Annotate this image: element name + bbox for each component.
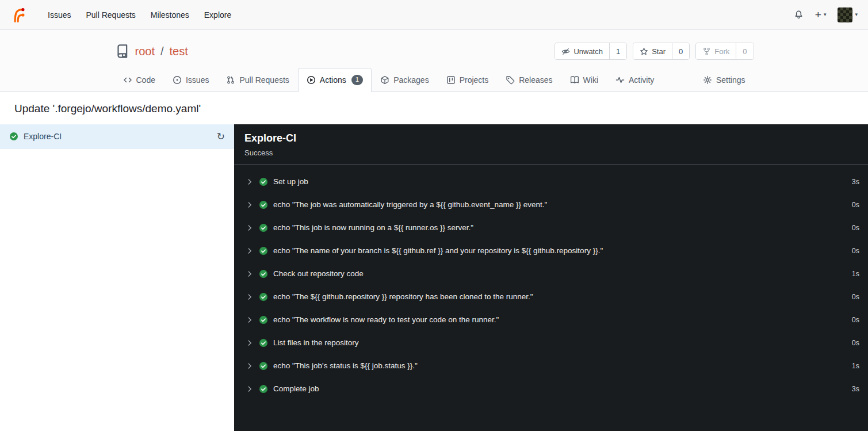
create-new-button[interactable]: + ▾ — [815, 9, 827, 20]
rerun-job-icon[interactable]: ↻ — [217, 132, 225, 142]
chevron-right-icon[interactable] — [246, 270, 254, 278]
step-row[interactable]: echo "The name of your branch is ${{ git… — [246, 239, 859, 262]
stars-count[interactable]: 0 — [672, 43, 689, 59]
tab-releases[interactable]: Releases — [497, 68, 561, 91]
step-list: Set up job 3s echo "The job was automati… — [234, 165, 868, 406]
tab-actions[interactable]: Actions 1 — [298, 68, 372, 92]
step-row[interactable]: echo "The job was automatically triggere… — [246, 193, 859, 216]
step-duration: 3s — [845, 178, 859, 186]
star-button-group: Star 0 — [633, 43, 690, 60]
tab-wiki[interactable]: Wiki — [561, 68, 607, 91]
chevron-right-icon[interactable] — [246, 316, 254, 324]
star-icon — [640, 47, 648, 56]
repo-title-row: root / test Unwatch 1 Star — [114, 30, 754, 60]
tag-icon — [506, 75, 515, 85]
repo-tabs: Code Issues Pull Requests Actions 1 — [114, 68, 754, 91]
job-log-header: Explore-CI Success — [234, 124, 868, 165]
tab-code[interactable]: Code — [114, 68, 164, 91]
step-duration: 0s — [845, 224, 859, 232]
step-duration: 0s — [845, 201, 859, 209]
book-icon — [570, 75, 579, 85]
chevron-right-icon[interactable] — [246, 339, 254, 347]
top-navbar: Issues Pull Requests Milestones Explore … — [0, 0, 868, 30]
tab-activity[interactable]: Activity — [607, 68, 663, 91]
step-duration: 3s — [845, 385, 859, 393]
step-success-icon — [259, 177, 268, 186]
watch-button-group: Unwatch 1 — [555, 43, 627, 60]
package-icon — [380, 75, 389, 85]
code-icon — [123, 75, 132, 85]
watchers-count[interactable]: 1 — [609, 43, 626, 59]
fork-icon — [702, 47, 711, 56]
step-success-icon — [259, 223, 268, 232]
chevron-right-icon[interactable] — [246, 224, 254, 232]
forgejo-logo[interactable] — [10, 6, 28, 24]
repo-owner-link[interactable]: root — [135, 45, 155, 58]
step-row[interactable]: Complete job 3s — [246, 377, 859, 401]
step-success-icon — [259, 200, 268, 209]
repo-name-link[interactable]: test — [170, 45, 188, 58]
step-success-icon — [259, 361, 268, 371]
chevron-right-icon[interactable] — [246, 293, 254, 301]
repo-actions: Unwatch 1 Star 0 Fork — [555, 43, 754, 60]
project-board-icon — [446, 75, 456, 85]
job-item-explore-ci[interactable]: Explore-CI ↻ — [0, 124, 234, 149]
pulse-icon — [615, 75, 625, 85]
repo-header: root / test Unwatch 1 Star — [0, 30, 868, 92]
step-row[interactable]: echo "The ${{ github.repository }} repos… — [246, 285, 859, 308]
tab-packages[interactable]: Packages — [372, 68, 437, 91]
step-row[interactable]: Check out repository code 1s — [246, 262, 859, 285]
step-success-icon — [259, 246, 268, 255]
step-row[interactable]: echo "The workflow is now ready to test … — [246, 308, 859, 331]
job-log-panel: Explore-CI Success Set up job 3s echo "T… — [234, 124, 868, 431]
step-duration: 1s — [845, 270, 859, 278]
chevron-right-icon[interactable] — [246, 385, 254, 393]
tab-issues[interactable]: Issues — [164, 68, 217, 91]
star-button[interactable]: Star — [633, 43, 672, 59]
tab-pull-requests[interactable]: Pull Requests — [217, 68, 297, 91]
step-success-icon — [259, 384, 268, 394]
step-row[interactable]: echo "This job's status is ${{ job.statu… — [246, 354, 859, 377]
fork-button-group: Fork 0 — [695, 43, 754, 60]
actions-count-badge: 1 — [351, 75, 363, 85]
job-item-label: Explore-CI — [24, 132, 62, 141]
nav-explore[interactable]: Explore — [197, 6, 239, 24]
plus-icon: + — [815, 9, 821, 20]
chevron-down-icon: ▾ — [855, 12, 858, 17]
notifications-button[interactable] — [794, 10, 804, 20]
nav-milestones[interactable]: Milestones — [143, 6, 197, 24]
step-success-icon — [259, 338, 268, 348]
chevron-right-icon[interactable] — [246, 201, 254, 209]
forks-count[interactable]: 0 — [736, 43, 753, 59]
issue-icon — [173, 75, 182, 85]
avatar — [838, 7, 852, 22]
unwatch-button[interactable]: Unwatch — [555, 43, 609, 59]
eye-slash-icon — [561, 47, 570, 56]
nav-pull-requests[interactable]: Pull Requests — [78, 6, 143, 24]
page: Issues Pull Requests Milestones Explore … — [0, 0, 868, 431]
repo-separator: / — [160, 45, 164, 58]
step-row[interactable]: List files in the repository 0s — [246, 331, 859, 354]
nav-issues[interactable]: Issues — [40, 6, 78, 24]
tab-settings[interactable]: Settings — [694, 68, 754, 91]
chevron-right-icon[interactable] — [246, 362, 254, 370]
navbar-right: + ▾ ▾ — [794, 7, 858, 22]
step-row[interactable]: echo "This job is now running on a ${{ r… — [246, 216, 859, 239]
pull-request-icon — [226, 75, 235, 85]
user-menu[interactable]: ▾ — [838, 7, 858, 22]
fork-label: Fork — [714, 47, 729, 56]
step-row[interactable]: Set up job 3s — [246, 170, 859, 193]
chevron-right-icon[interactable] — [246, 247, 254, 255]
play-circle-icon — [307, 75, 316, 85]
step-success-icon — [259, 292, 268, 302]
chevron-down-icon: ▾ — [824, 12, 827, 17]
tab-projects[interactable]: Projects — [438, 68, 498, 91]
job-name: Explore-CI — [244, 132, 858, 144]
job-sidebar: Explore-CI ↻ — [0, 124, 234, 431]
fork-button[interactable]: Fork — [696, 43, 736, 59]
job-status: Success — [244, 148, 858, 157]
gear-icon — [703, 75, 712, 85]
step-duration: 0s — [845, 293, 859, 301]
repo-icon — [114, 44, 129, 59]
chevron-right-icon[interactable] — [246, 178, 254, 186]
